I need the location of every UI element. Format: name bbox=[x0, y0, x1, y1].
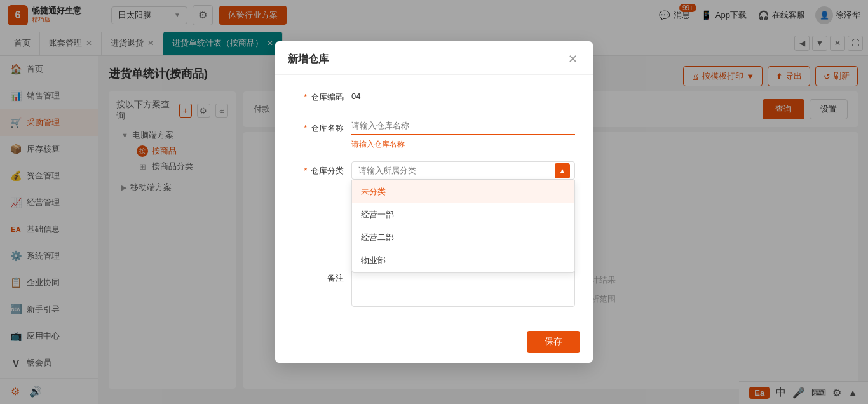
modal-title: 新增仓库 bbox=[288, 53, 329, 66]
remark-input[interactable] bbox=[351, 269, 575, 307]
modal-new-warehouse: 新增仓库 ✕ * 仓库编码 * 仓库名称 bbox=[275, 41, 593, 363]
save-button[interactable]: 保存 bbox=[527, 331, 580, 353]
category-label: * 仓库分类 bbox=[293, 161, 344, 177]
name-input[interactable] bbox=[351, 117, 575, 135]
dropdown-item-2[interactable]: 经营二部 bbox=[352, 226, 574, 249]
modal-overlay: 新增仓库 ✕ * 仓库编码 * 仓库名称 bbox=[0, 0, 868, 404]
remark-label: 备注 bbox=[293, 269, 344, 284]
dropdown-item-1[interactable]: 经营一部 bbox=[352, 203, 574, 226]
modal-body: * 仓库编码 * 仓库名称 请输入仓库名称 bbox=[275, 75, 593, 325]
category-input[interactable] bbox=[351, 161, 575, 180]
category-arrow-button[interactable]: ▲ bbox=[555, 163, 570, 178]
form-row-remark: 备注 bbox=[293, 269, 575, 307]
category-dropdown: 未分类 经营一部 经营二部 物业部 bbox=[351, 180, 575, 273]
code-label: * 仓库编码 bbox=[293, 88, 344, 103]
modal-footer: 保存 bbox=[275, 325, 593, 363]
form-row-category: * 仓库分类 ▲ 未分类 经营一部 经营二部 物业部 bbox=[293, 161, 575, 180]
form-row-code: * 仓库编码 bbox=[293, 88, 575, 105]
name-label: * 仓库名称 bbox=[293, 119, 344, 134]
code-input[interactable] bbox=[351, 88, 575, 105]
category-select-wrap: ▲ 未分类 经营一部 经营二部 物业部 bbox=[351, 161, 575, 180]
modal-header: 新增仓库 ✕ bbox=[275, 41, 593, 75]
name-error-msg: 请输入仓库名称 bbox=[351, 140, 405, 149]
dropdown-item-3[interactable]: 物业部 bbox=[352, 249, 574, 272]
modal-close-button[interactable]: ✕ bbox=[565, 51, 580, 67]
form-row-name: * 仓库名称 请输入仓库名称 bbox=[293, 117, 575, 150]
dropdown-item-0[interactable]: 未分类 bbox=[352, 180, 574, 203]
